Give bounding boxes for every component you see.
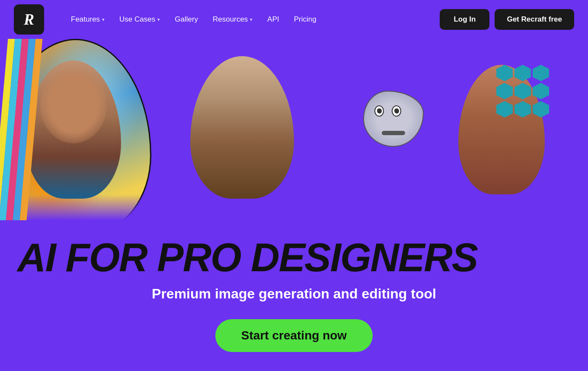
nav-actions: Log In Get Recraft free <box>440 9 574 30</box>
hero-title: AI FOR PRO DESIGNERS <box>0 238 588 277</box>
nav-label-features: Features <box>71 15 100 24</box>
nav-label-pricing: Pricing <box>294 15 316 24</box>
banner-fade <box>0 194 588 220</box>
nav-label-use-cases: Use Cases <box>119 15 155 24</box>
chevron-down-icon: ▾ <box>102 17 105 22</box>
logo[interactable]: R <box>14 4 44 35</box>
hex-cell <box>533 65 549 81</box>
nav-label-api: API <box>267 15 279 24</box>
hex-cell <box>514 101 531 117</box>
hex-cell <box>496 65 513 81</box>
hex-row-1 <box>496 65 549 81</box>
hex-cell <box>514 83 531 99</box>
nav-item-gallery[interactable]: Gallery <box>169 12 204 27</box>
hero-content: AI FOR PRO DESIGNERS Premium image gener… <box>0 220 588 371</box>
navbar: R Features ▾ Use Cases ▾ Gallery Resourc… <box>0 0 588 39</box>
nav-label-resources: Resources <box>213 15 248 24</box>
eye-left <box>374 105 384 117</box>
hex-grid <box>496 65 549 119</box>
cartoon-mouth <box>382 131 405 135</box>
hex-cell <box>496 101 513 117</box>
nav-label-gallery: Gallery <box>175 15 198 24</box>
nav-item-pricing[interactable]: Pricing <box>288 12 323 27</box>
chevron-down-icon: ▾ <box>250 17 252 22</box>
portrait-center <box>190 56 294 199</box>
eye-right <box>392 105 401 117</box>
hero-banner <box>0 39 588 220</box>
get-recraft-button[interactable]: Get Recraft free <box>495 9 574 30</box>
nav-item-features[interactable]: Features ▾ <box>65 12 111 27</box>
hex-cell <box>496 83 513 99</box>
chevron-down-icon: ▾ <box>157 17 160 22</box>
hex-row-3 <box>496 101 549 117</box>
nav-item-api[interactable]: API <box>261 12 285 27</box>
hex-cell <box>533 101 549 117</box>
nav-links: Features ▾ Use Cases ▾ Gallery Resources… <box>65 12 440 27</box>
nav-item-use-cases[interactable]: Use Cases ▾ <box>113 12 166 27</box>
start-creating-button[interactable]: Start creating now <box>215 319 373 352</box>
hero-subtitle: Premium image generation and editing too… <box>0 286 588 302</box>
nav-item-resources[interactable]: Resources ▾ <box>207 12 259 27</box>
hex-cell <box>514 65 531 81</box>
login-button[interactable]: Log In <box>440 9 489 30</box>
hex-cell <box>533 83 549 99</box>
cartoon-character <box>363 91 424 147</box>
cartoon-eyes <box>374 105 401 117</box>
hex-row-2 <box>496 83 549 99</box>
logo-letter: R <box>24 10 34 29</box>
